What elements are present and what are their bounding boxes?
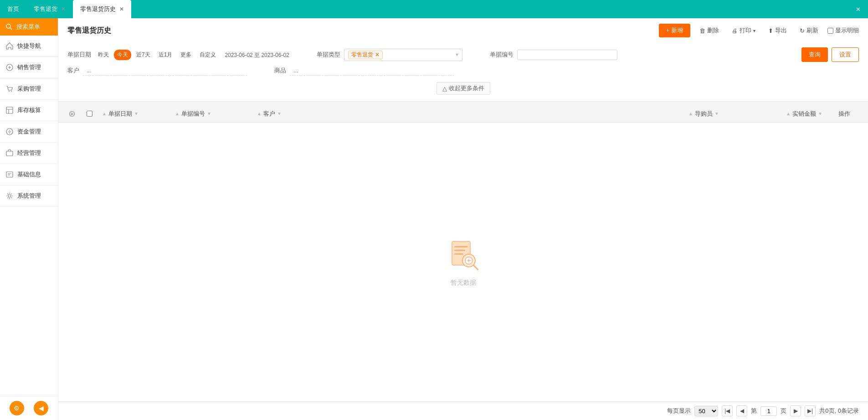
print-btn[interactable]: 🖨 打印 ▾ (728, 25, 759, 36)
type-tag-close[interactable]: ✕ (375, 51, 380, 58)
print-icon: 🖨 (732, 27, 738, 34)
svg-point-3 (9, 91, 10, 92)
prev-page-btn[interactable]: ◀ (736, 405, 747, 416)
new-btn[interactable]: + 新增 (659, 24, 690, 37)
sidebar-item-inventory[interactable]: 库存核算 (0, 100, 58, 121)
page-label: 第 (751, 407, 757, 415)
sort-icon-cust-down: ▼ (277, 111, 282, 116)
sort-icon-num-up: ▲ (175, 111, 180, 116)
tab-retail-return-history[interactable]: 零售退货历史 ✕ (73, 0, 131, 18)
sidebar-item-sales[interactable]: 销售管理 (0, 57, 58, 78)
tab-retail-return[interactable]: 零售退货 ✕ (26, 0, 73, 18)
page-number-input[interactable] (760, 406, 777, 416)
tab-retail-return-history-close[interactable]: ✕ (119, 6, 124, 12)
svg-point-4 (11, 91, 12, 92)
date-btn-yesterday[interactable]: 昨天 (95, 50, 112, 60)
date-filter-field: 单据日期 昨天 今天 近7天 近1月 更多 自定义 2023-06-02 至 2… (67, 50, 289, 60)
sort-icon-guide-up: ▲ (688, 111, 693, 116)
date-btn-7days[interactable]: 近7天 (133, 50, 154, 60)
delete-btn[interactable]: 🗑 删除 (696, 25, 723, 36)
sidebar-item-quick-nav[interactable]: 快捷导航 (0, 36, 58, 57)
query-btn[interactable]: 查询 (801, 47, 828, 62)
svg-line-1 (10, 28, 12, 30)
th-guide[interactable]: ▲ 导购员 ▼ (685, 110, 758, 118)
type-filter-select[interactable]: 零售退货 ✕ ▾ (344, 49, 462, 61)
svg-line-18 (473, 265, 478, 270)
sidebar-item-basic[interactable]: 基础信息 (0, 164, 58, 185)
date-filter-btns: 昨天 今天 近7天 近1月 更多 自定义 (95, 50, 219, 60)
filter-row-1: 单据日期 昨天 今天 近7天 近1月 更多 自定义 2023-06-02 至 2… (67, 47, 859, 62)
page-header: 零售退货历史 + 新增 🗑 删除 🖨 打印 ▾ ⬆ 导出 (58, 18, 868, 102)
next-page-btn[interactable]: ▶ (790, 405, 801, 416)
number-filter-label: 单据编号 (490, 51, 514, 59)
th-amount[interactable]: ▲ 实销金额 ▼ (758, 110, 826, 118)
tab-home[interactable]: 零售退货历史 首页 (0, 0, 26, 18)
column-setting-icon (69, 111, 75, 117)
th-customer[interactable]: ▲ 客户 ▼ (253, 110, 685, 118)
sort-icon-num-down: ▼ (207, 111, 211, 116)
date-filter-label: 单据日期 (67, 51, 91, 59)
collapse-icon: △ (442, 85, 447, 92)
print-chevron-icon: ▾ (753, 28, 755, 33)
date-btn-1month[interactable]: 近1月 (155, 50, 176, 60)
sidebar-item-purchase[interactable]: 采购管理 (0, 78, 58, 100)
date-range-text: 2023-06-02 至 2023-06-02 (225, 51, 289, 59)
top-bar-close[interactable]: ✕ (856, 6, 868, 13)
th-check[interactable] (80, 111, 98, 117)
th-setting[interactable] (64, 111, 80, 117)
tab-retail-return-close[interactable]: ✕ (61, 6, 66, 12)
goods-filter-field: 商品 (274, 66, 454, 76)
page-size-select[interactable]: 20 50 100 200 (694, 406, 718, 416)
delete-icon: 🗑 (699, 27, 705, 34)
th-number[interactable]: ▲ 单据编号 ▼ (171, 110, 253, 118)
svg-rect-15 (454, 253, 463, 255)
collapse-sidebar-btn[interactable]: ◀ (34, 401, 48, 415)
last-page-btn[interactable]: ▶| (805, 405, 816, 416)
sidebar-search-label: 搜索菜单 (16, 23, 40, 31)
empty-text: 暂无数据 (451, 279, 476, 287)
svg-rect-14 (454, 250, 465, 251)
th-date[interactable]: ▲ 单据日期 ▼ (98, 110, 171, 118)
sort-icon-amount-down: ▼ (818, 111, 822, 116)
refresh-icon: ↻ (800, 27, 805, 34)
svg-point-0 (6, 24, 10, 28)
content-area: 零售退货历史 + 新增 🗑 删除 🖨 打印 ▾ ⬆ 导出 (58, 18, 868, 420)
first-page-btn[interactable]: |◀ (722, 405, 733, 416)
sidebar-item-operations[interactable]: 经营管理 (0, 143, 58, 164)
export-btn[interactable]: ⬆ 导出 (765, 25, 791, 36)
svg-rect-5 (6, 107, 13, 113)
finance-icon (5, 128, 14, 136)
settings-bottom-btn[interactable]: ⚙ (10, 401, 24, 415)
customer-filter-input[interactable] (83, 66, 247, 76)
goods-filter-input[interactable] (290, 66, 454, 76)
select-all-checkbox[interactable] (87, 111, 92, 117)
show-detail-checkbox[interactable] (827, 28, 833, 34)
nav-label-sales: 销售管理 (17, 63, 41, 72)
page-title-row: 零售退货历史 + 新增 🗑 删除 🖨 打印 ▾ ⬆ 导出 (67, 24, 859, 37)
date-btn-more[interactable]: 更多 (177, 50, 195, 60)
show-detail-check[interactable]: 显示明细 (827, 26, 859, 35)
collapse-filter-btn[interactable]: △ 收起更多条件 (437, 82, 490, 95)
nav-label-finance: 资金管理 (17, 128, 41, 136)
system-icon (5, 192, 14, 200)
svg-point-10 (70, 111, 75, 116)
type-select-chevron: ▾ (456, 51, 458, 58)
basic-icon (5, 170, 14, 179)
sidebar-item-system[interactable]: 系统管理 (0, 185, 58, 207)
sort-icon-date-down: ▼ (134, 111, 139, 116)
type-filter-label: 单据类型 (317, 51, 340, 59)
refresh-btn[interactable]: ↻ 刷新 (796, 25, 822, 36)
table-header: ▲ 单据日期 ▼ ▲ 单据编号 ▼ ▲ 客户 ▼ ▲ 导购员 ▼ (58, 105, 868, 123)
date-btn-custom[interactable]: 自定义 (196, 50, 219, 60)
number-filter-input[interactable] (517, 50, 617, 60)
sidebar-item-finance[interactable]: 资金管理 (0, 121, 58, 143)
export-icon: ⬆ (768, 27, 773, 34)
date-btn-today[interactable]: 今天 (114, 50, 131, 60)
main-layout: 搜索菜单 快捷导航 销售管理 采购管理 (0, 18, 868, 420)
nav-label-purchase: 采购管理 (17, 85, 41, 93)
svg-rect-13 (454, 246, 468, 247)
page-title: 零售退货历史 (67, 26, 111, 36)
sidebar-search[interactable]: 搜索菜单 (0, 18, 58, 36)
toolbar: + 新增 🗑 删除 🖨 打印 ▾ ⬆ 导出 ↻ (659, 24, 859, 37)
settings-btn[interactable]: 设置 (832, 47, 859, 62)
